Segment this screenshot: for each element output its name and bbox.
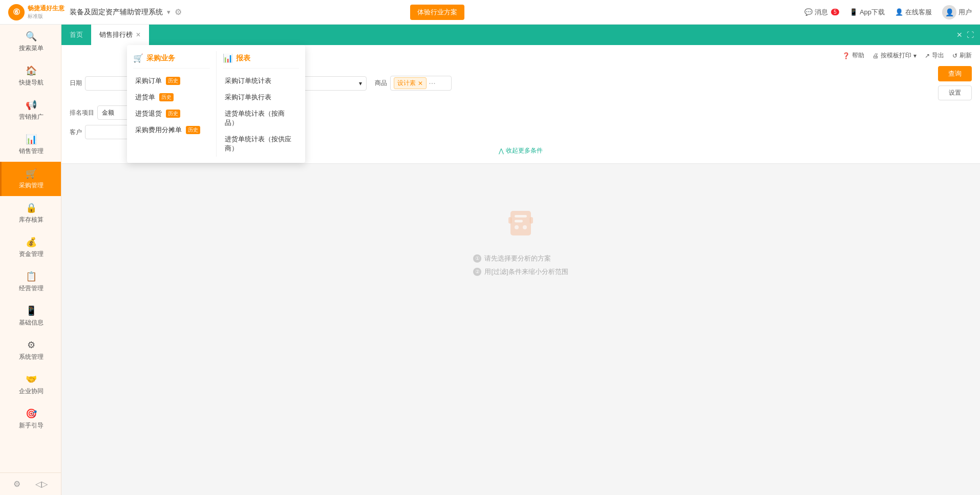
dropdown-purchase-order[interactable]: 采购订单 历史: [133, 73, 210, 89]
sidebar-collapse-btn[interactable]: ◁▷: [35, 479, 48, 489]
inbound-label: 进货单: [135, 93, 155, 102]
docstatus-arrow: ▾: [359, 80, 362, 87]
window-close-icon[interactable]: ✕: [956, 31, 963, 39]
empty-state: ① 请先选择要分析的方案 ② 用[过滤]条件来缩小分析范围: [61, 164, 980, 317]
main-layout: 🔍 搜索菜单 🏠 快捷导航 📢 营销推广 📊 销售管理 🛒 采购管理 🔒 库存核…: [0, 25, 980, 495]
tip-text-2: 用[过滤]条件来缩小分析范围: [484, 265, 568, 278]
logo-line2: 标准版: [28, 13, 65, 19]
report-1-label: 采购订单执行表: [225, 93, 271, 102]
dropdown-purchase-header: 🛒 采购业务: [133, 51, 210, 69]
dropdown-report-0[interactable]: 采购订单统计表: [223, 73, 300, 89]
sidebar-label-purchase: 采购管理: [19, 181, 44, 190]
sidebar-label-inventory: 库存核算: [19, 216, 44, 224]
message-label: 消息: [815, 8, 828, 17]
message-badge: 5: [831, 9, 839, 15]
message-btn[interactable]: 💬 消息 5: [804, 8, 839, 17]
dropdown-expense-alloc[interactable]: 采购费用分摊单 历史: [133, 122, 210, 138]
dropdown-report-2[interactable]: 进货单统计表（按商品）: [223, 105, 300, 131]
inventory-icon: 🔒: [26, 202, 37, 213]
cooperation-icon: 🤝: [26, 374, 37, 385]
online-service-btn[interactable]: 👤 在线客服: [895, 8, 932, 17]
dropdown-inbound[interactable]: 进货单 历史: [133, 89, 210, 105]
dropdown-report-1[interactable]: 采购订单执行表: [223, 89, 300, 105]
refresh-label: 刷新: [960, 51, 972, 60]
customer-label: 客户: [70, 128, 82, 137]
sidebar: 🔍 搜索菜单 🏠 快捷导航 📢 营销推广 📊 销售管理 🛒 采购管理 🔒 库存核…: [0, 25, 61, 495]
app-download-label: App下载: [860, 8, 885, 17]
history-badge-0: 历史: [166, 77, 180, 85]
tab-close-icon[interactable]: ✕: [136, 31, 141, 38]
dropdown-col-purchase: 🛒 采购业务 采购订单 历史 进货单 历史 进货退货 历史 采购费用分摊单: [127, 51, 216, 157]
app-download-btn[interactable]: 📱 App下载: [849, 8, 885, 17]
help-icon: ❓: [842, 52, 850, 59]
sidebar-item-sales[interactable]: 📊 销售管理: [0, 127, 61, 162]
history-badge-3: 历史: [186, 126, 200, 134]
phone-icon: 📱: [849, 8, 858, 16]
sidebar-item-system[interactable]: ⚙ 系统管理: [0, 333, 61, 368]
goods-tag-remove[interactable]: ✕: [418, 80, 423, 87]
history-badge-2: 历史: [166, 110, 180, 118]
tab-sales-rank[interactable]: 销售排行榜 ✕: [91, 25, 149, 45]
logo-icon: ⑥: [8, 4, 25, 20]
top-right: 💬 消息 5 📱 App下载 👤 在线客服 👤 用户: [804, 5, 972, 19]
window-maximize-icon[interactable]: ⛶: [967, 31, 974, 39]
purchase-header-label: 采购业务: [146, 54, 175, 63]
sidebar-item-basic-info[interactable]: 📱 基础信息: [0, 299, 61, 333]
window-controls: ✕ ⛶: [956, 31, 980, 39]
sidebar-item-search[interactable]: 🔍 搜索菜单: [0, 25, 61, 59]
report-col-icon: 📊: [223, 53, 233, 63]
set-btn[interactable]: 设置: [938, 85, 972, 100]
rank-label: 排名项目: [70, 109, 94, 117]
history-badge-1: 历史: [159, 93, 174, 101]
expense-alloc-label: 采购费用分摊单: [135, 125, 182, 135]
export-btn[interactable]: ↗ 导出: [925, 51, 944, 60]
logo-text: 畅捷通好生意 标准版: [28, 5, 65, 19]
sidebar-settings-btn[interactable]: ⚙: [13, 479, 20, 489]
goods-more-dots[interactable]: ···: [429, 79, 435, 88]
message-icon: 💬: [804, 8, 813, 16]
sidebar-item-operations[interactable]: 📋 经营管理: [0, 265, 61, 299]
settings-icon[interactable]: ⚙: [175, 7, 182, 17]
sidebar-item-newbie[interactable]: 🎯 新手引导: [0, 402, 61, 436]
return-label: 进货退货: [135, 109, 162, 118]
sidebar-item-marketing[interactable]: 📢 营销推广: [0, 93, 61, 127]
print-icon: 🖨: [872, 52, 879, 59]
tip-item-2: ② 用[过滤]条件来缩小分析范围: [473, 265, 568, 278]
dropdown-return[interactable]: 进货退货 历史: [133, 105, 210, 122]
sidebar-item-inventory[interactable]: 🔒 库存核算: [0, 196, 61, 230]
query-btn[interactable]: 查询: [938, 66, 972, 81]
basicinfo-icon: 📱: [26, 305, 37, 316]
sidebar-item-nav[interactable]: 🏠 快捷导航: [0, 59, 61, 93]
sidebar-label-search: 搜索菜单: [19, 44, 44, 53]
service-icon: 👤: [895, 8, 903, 16]
system-icon: ⚙: [27, 339, 35, 351]
tab-home[interactable]: 首页: [61, 25, 91, 45]
svg-rect-0: [510, 211, 531, 235]
online-service-label: 在线客服: [905, 8, 932, 17]
empty-tips: ① 请先选择要分析的方案 ② 用[过滤]条件来缩小分析范围: [473, 252, 568, 278]
print-btn[interactable]: 🖨 按模板打印 ▾: [872, 51, 917, 60]
sidebar-label-finance: 资金管理: [19, 250, 44, 259]
sidebar-label-sales: 销售管理: [19, 147, 44, 156]
dropdown-arrow-icon[interactable]: ▾: [167, 8, 171, 16]
empty-illustration: [500, 203, 541, 244]
help-label: 帮助: [852, 51, 864, 60]
user-btn[interactable]: 👤 用户: [942, 5, 972, 19]
tab-bar: 首页 销售排行榜 ✕ ✕ ⛶: [61, 25, 980, 45]
refresh-btn[interactable]: ↺ 刷新: [952, 51, 972, 60]
sidebar-item-cooperation[interactable]: 🤝 企业协同: [0, 368, 61, 402]
date-label: 日期: [70, 79, 82, 88]
refresh-icon: ↺: [952, 52, 957, 59]
industry-btn[interactable]: 体验行业方案: [410, 5, 464, 20]
collapse-label: 收起更多条件: [506, 146, 543, 155]
purchase-order-label: 采购订单: [135, 76, 162, 85]
help-btn[interactable]: ❓ 帮助: [842, 51, 864, 60]
sidebar-item-finance[interactable]: 💰 资金管理: [0, 230, 61, 265]
dropdown-col-report: 📊 报表 采购订单统计表 采购订单执行表 进货单统计表（按商品） 进货单统计表（…: [216, 51, 306, 157]
dropdown-report-header: 📊 报表: [223, 51, 300, 69]
tip-text-1: 请先选择要分析的方案: [484, 252, 551, 265]
report-3-label: 进货单统计表（按供应商）: [225, 135, 297, 153]
sidebar-label-marketing: 营销推广: [19, 113, 44, 121]
sidebar-item-purchase[interactable]: 🛒 采购管理: [0, 162, 61, 196]
dropdown-report-3[interactable]: 进货单统计表（按供应商）: [223, 131, 300, 157]
